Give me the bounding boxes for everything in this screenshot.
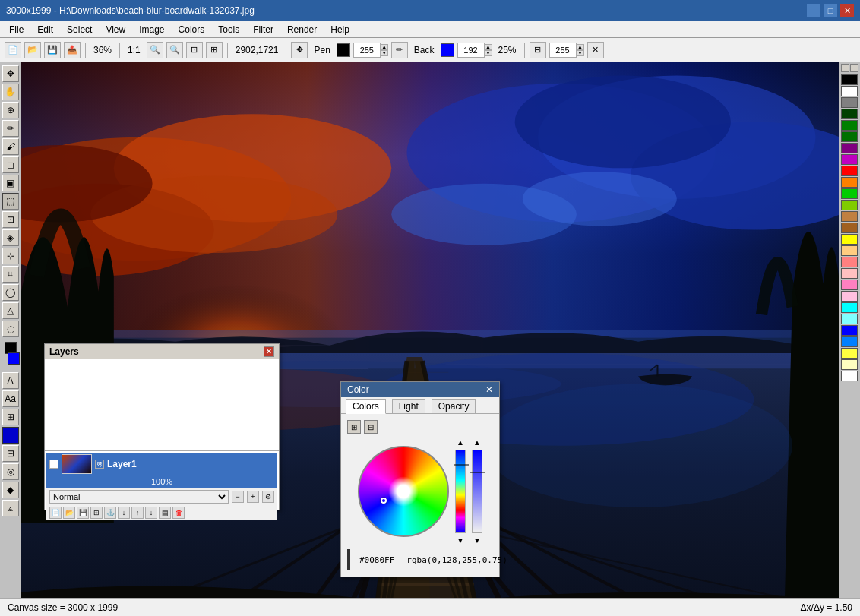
swatch-cyan[interactable]: [841, 302, 858, 313]
opacity-up-arrow[interactable]: ▲: [473, 438, 481, 447]
size-up-arrow[interactable]: ▲: [577, 44, 584, 50]
tool-ellipse[interactable]: ◯: [2, 284, 19, 301]
swatch-darkgreen[interactable]: [841, 109, 858, 119]
zoom-minus-btn[interactable]: −: [232, 491, 244, 503]
tool-color-rect[interactable]: [2, 427, 19, 444]
tool-clone[interactable]: ⊟: [2, 445, 19, 462]
tool-eraser[interactable]: ◻: [2, 156, 19, 173]
palette-icon-1[interactable]: [841, 64, 849, 72]
swatch-brown[interactable]: [841, 223, 858, 233]
back-color-swatch[interactable]: [441, 43, 454, 57]
tool-brush[interactable]: 🖌: [2, 138, 19, 155]
swatch-pink-red[interactable]: [841, 257, 858, 267]
color-dialog-close[interactable]: ✕: [485, 384, 493, 395]
swatch-hot-pink[interactable]: [841, 280, 858, 290]
maximize-button[interactable]: □: [824, 4, 837, 17]
layer-delete-btn[interactable]: 🗑: [172, 507, 185, 519]
layer-chain-icon[interactable]: ⛓: [95, 460, 104, 469]
tool-magnify[interactable]: ⊕: [2, 102, 19, 118]
swatch-tan[interactable]: [841, 211, 858, 222]
tool-fill[interactable]: ▣: [2, 175, 19, 191]
tool-polygon[interactable]: △: [2, 302, 19, 319]
menu-edit[interactable]: Edit: [31, 23, 59, 36]
pen-color-swatch[interactable]: [337, 43, 350, 57]
menu-select[interactable]: Select: [61, 23, 98, 36]
tool-hand[interactable]: ✋: [2, 84, 19, 100]
swatch-sky-blue[interactable]: [841, 336, 858, 347]
tool-transform[interactable]: ⊹: [2, 248, 19, 264]
back-down-arrow[interactable]: ▼: [485, 50, 492, 56]
swatch-yellow-green[interactable]: [841, 200, 858, 210]
tool-sharpen[interactable]: ◆: [2, 482, 19, 498]
layer-up-btn[interactable]: ↑: [131, 507, 144, 519]
back-value-input[interactable]: 192: [457, 43, 485, 58]
tool-select-free[interactable]: ⊡: [2, 211, 19, 228]
size-down-arrow[interactable]: ▼: [577, 50, 584, 56]
back-up-arrow[interactable]: ▲: [485, 44, 492, 50]
clear-btn[interactable]: ✕: [587, 42, 604, 58]
tool-perspective[interactable]: ⟁: [2, 500, 19, 516]
tab-opacity[interactable]: Opacity: [432, 399, 476, 413]
minimize-button[interactable]: ─: [807, 4, 820, 17]
menu-render[interactable]: Render: [281, 23, 323, 36]
layer-visibility[interactable]: ✓: [49, 460, 58, 469]
swatch-orange[interactable]: [841, 177, 858, 188]
tool-lasso[interactable]: ◌: [2, 321, 19, 337]
menu-image[interactable]: Image: [133, 23, 170, 36]
swatch-bright-yellow[interactable]: [841, 348, 858, 359]
tool-text[interactable]: A: [2, 372, 19, 389]
layer-open-btn[interactable]: 📂: [63, 507, 75, 519]
zoom-plus-btn[interactable]: +: [247, 491, 259, 503]
swatch-magenta-dark[interactable]: [841, 154, 858, 165]
layer-anchor-btn[interactable]: ⚓: [104, 507, 116, 519]
layer-save-btn[interactable]: 💾: [77, 507, 89, 519]
pen-icon-btn[interactable]: ✏: [391, 42, 408, 58]
swatch-gray[interactable]: [841, 97, 858, 108]
pen-value-input[interactable]: 255: [353, 43, 381, 58]
layer-settings-btn[interactable]: ⚙: [262, 491, 274, 503]
zoom-fit-btn[interactable]: ⊡: [186, 42, 203, 58]
tool-move[interactable]: ✥: [2, 65, 19, 82]
tool-align[interactable]: ⊞: [2, 409, 19, 425]
layer-new-btn[interactable]: 📄: [49, 507, 62, 519]
toolbar-save[interactable]: 💾: [44, 42, 61, 58]
tool-pencil[interactable]: ✏: [2, 120, 19, 137]
menu-file[interactable]: File: [3, 23, 30, 36]
swatch-yellow[interactable]: [841, 234, 858, 245]
hue-slider[interactable]: [455, 450, 466, 533]
pen-down-arrow[interactable]: ▼: [381, 50, 388, 56]
swatch-medgreen[interactable]: [841, 131, 858, 142]
zoom-out-btn[interactable]: 🔍: [166, 42, 183, 58]
swatch-white[interactable]: [841, 86, 858, 96]
pen-up-arrow[interactable]: ▲: [381, 44, 388, 50]
tool-fuzzy[interactable]: ◈: [2, 229, 19, 246]
zoom-actual-btn[interactable]: ⊞: [206, 42, 223, 58]
tab-light[interactable]: Light: [392, 399, 425, 413]
swatch-light-cyan[interactable]: [841, 314, 858, 324]
layer-item[interactable]: ✓ ⛓ Layer1: [46, 453, 277, 475]
layer-down-btn[interactable]: ↓: [145, 507, 157, 519]
opacity-slider[interactable]: [472, 450, 482, 533]
swatch-white2[interactable]: [841, 371, 858, 381]
tool-crop[interactable]: ⌗: [2, 266, 19, 283]
layer-dup-btn[interactable]: ⊞: [90, 507, 103, 519]
swatch-light-pink[interactable]: [841, 268, 858, 279]
menu-colors[interactable]: Colors: [172, 23, 211, 36]
opacity-down-arrow[interactable]: ▼: [473, 536, 481, 545]
size-value-input[interactable]: 255: [549, 43, 577, 58]
layer-flatten-btn[interactable]: ▤: [159, 507, 171, 519]
tab-colors[interactable]: Colors: [346, 399, 386, 414]
toolbar-export[interactable]: 📤: [64, 42, 81, 58]
swatch-peach[interactable]: [841, 245, 858, 256]
layer-mode-select[interactable]: Normal: [49, 490, 229, 504]
move-tool-btn[interactable]: ✥: [291, 42, 308, 58]
close-button[interactable]: ✕: [840, 4, 854, 17]
swatch-pale-yellow[interactable]: [841, 359, 858, 370]
mode-icon-btn[interactable]: ⊟: [530, 42, 546, 58]
background-color[interactable]: [8, 352, 20, 365]
menu-filter[interactable]: Filter: [247, 23, 280, 36]
swatch-bright-green[interactable]: [841, 188, 858, 199]
color-icon-btn-1[interactable]: ⊞: [347, 420, 361, 434]
swatch-green[interactable]: [841, 120, 858, 131]
swatch-purple[interactable]: [841, 143, 858, 153]
